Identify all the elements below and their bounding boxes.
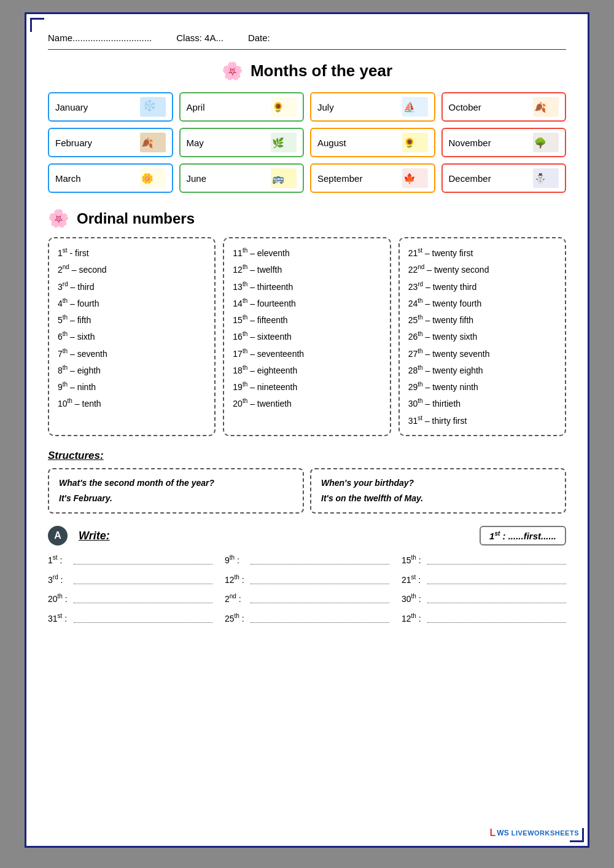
- structure-box-2: When's your birthday? It's on the twelft…: [310, 468, 566, 514]
- write-row: 3rd :: [48, 574, 212, 585]
- ordinal-item: 4th – fourth: [58, 295, 206, 311]
- ordinal-item: 12th – twelfth: [233, 261, 381, 278]
- write-row: 25th :: [225, 612, 389, 624]
- month-name: October: [449, 102, 481, 112]
- ordinal-item: 26th – twenty sixth: [408, 328, 556, 345]
- ordinal-col-3: 21st – twenty first22nd – twenty second2…: [398, 237, 566, 436]
- write-num: 15th :: [402, 554, 425, 565]
- ordinal-item: 14th – fourteenth: [233, 295, 381, 311]
- month-image: 🍂: [140, 133, 166, 152]
- ordinal-item: 7th – seventh: [58, 345, 206, 362]
- write-dots: [251, 613, 389, 623]
- write-header: A Write: 1st : ......first......: [48, 526, 566, 545]
- structures-boxes: What's the second month of the year? It'…: [48, 468, 566, 514]
- month-image: ⛄: [533, 168, 559, 188]
- month-name: January: [55, 102, 88, 112]
- structures-section: Structures: What's the second month of t…: [48, 450, 566, 514]
- ordinal-item: 3rd – third: [58, 278, 206, 295]
- logo-text: LIVEWORKSHEETS: [511, 829, 579, 837]
- write-dots: [427, 593, 566, 603]
- ordinal-item: 11th – eleventh: [233, 244, 381, 261]
- ordinal-item: 25th – twenty fifth: [408, 311, 556, 328]
- ordinal-item: 30th – thirtieth: [408, 395, 556, 412]
- write-dots: [427, 555, 566, 565]
- write-row: 9th :: [225, 554, 389, 565]
- ordinal-heading: Ordinal numbers: [77, 210, 195, 227]
- month-card: October 🍂: [441, 92, 567, 122]
- month-name: December: [449, 173, 491, 184]
- write-num: 31st :: [48, 612, 71, 624]
- months-heading: Months of the year: [251, 61, 392, 80]
- month-image: 🌼: [140, 168, 166, 188]
- ordinal-col-1: 1st - first2nd – second3rd – third4th – …: [48, 237, 216, 436]
- ordinal-item: 20th – twentieth: [233, 395, 381, 412]
- month-image: ⛵: [402, 97, 428, 117]
- ordinal-item: 8th – eighth: [58, 362, 206, 378]
- month-name: July: [317, 102, 334, 112]
- ordinal-item: 15th – fifteenth: [233, 311, 381, 328]
- structure-q1: What's the second month of the year?: [59, 475, 293, 491]
- worksheet-page: Name............................... Clas…: [25, 12, 589, 848]
- write-row: 12th :: [225, 574, 389, 585]
- svg-text:🍁: 🍁: [403, 173, 416, 184]
- write-dots: [74, 574, 212, 584]
- month-card: January ❄️: [48, 92, 173, 122]
- month-name: February: [55, 138, 92, 148]
- ordinal-grid: 1st - first2nd – second3rd – third4th – …: [48, 237, 566, 436]
- write-dots: [251, 574, 389, 584]
- ordinal-item: 16th – sixteenth: [233, 328, 381, 345]
- structure-q2: When's your birthday?: [321, 475, 555, 491]
- ordinal-title: 🌸 Ordinal numbers: [48, 208, 566, 229]
- month-card: September 🍁: [310, 163, 435, 193]
- month-name: May: [187, 138, 204, 148]
- svg-text:🌿: 🌿: [272, 137, 284, 149]
- write-num: 1st :: [48, 554, 71, 565]
- month-image: 🍁: [402, 168, 428, 188]
- svg-text:🍂: 🍂: [141, 137, 154, 149]
- month-card: May 🌿: [179, 128, 305, 157]
- ordinal-item: 24th – twenty fourth: [408, 295, 556, 311]
- month-card: February 🍂: [48, 128, 173, 157]
- svg-text:🌼: 🌼: [141, 173, 154, 184]
- svg-text:🌻: 🌻: [403, 137, 416, 149]
- svg-text:⛵: ⛵: [403, 101, 416, 113]
- write-dots: [74, 555, 212, 565]
- ordinal-item: 21st – twenty first: [408, 244, 556, 261]
- month-image: 🍂: [533, 97, 559, 117]
- month-card: March 🌼: [48, 163, 173, 193]
- month-card: December ⛄: [441, 163, 567, 193]
- ordinal-item: 22nd – twenty second: [408, 261, 556, 278]
- ordinal-item: 28th – twenty eighth: [408, 362, 556, 378]
- month-image: 🌳: [533, 133, 559, 152]
- write-num: 30th :: [402, 593, 425, 604]
- write-grid: 1st : 9th : 15th : 3rd : 12th : 21st : 2…: [48, 554, 566, 628]
- write-row: 21st :: [402, 574, 566, 585]
- write-num: 12th :: [402, 612, 425, 624]
- month-card: July ⛵: [310, 92, 435, 122]
- ordinal-item: 9th – ninth: [58, 378, 206, 395]
- write-dots: [427, 613, 566, 623]
- example-text: 1st : ......first......: [489, 531, 556, 541]
- month-name: June: [187, 173, 207, 184]
- write-row: 1st :: [48, 554, 212, 565]
- write-label: Write:: [79, 530, 110, 542]
- write-dots: [251, 593, 389, 603]
- ordinal-item: 29th – twenty ninth: [408, 378, 556, 395]
- month-image: 🌿: [271, 133, 297, 152]
- svg-text:🌻: 🌻: [272, 101, 284, 113]
- write-num: 9th :: [225, 554, 248, 565]
- write-num: 12th :: [225, 574, 248, 585]
- month-image: 🌻: [271, 97, 297, 117]
- logo-l: L: [490, 827, 496, 839]
- write-row: 31st :: [48, 612, 212, 624]
- month-name: November: [449, 138, 491, 148]
- write-num: 21st :: [402, 574, 425, 585]
- svg-text:🍂: 🍂: [534, 101, 546, 113]
- ordinal-item: 19th – nineteenth: [233, 378, 381, 395]
- structure-a1: It's February.: [59, 491, 293, 506]
- month-name: March: [55, 173, 81, 184]
- month-card: April 🌻: [179, 92, 305, 122]
- write-circle: A: [48, 526, 68, 545]
- write-num: 2nd :: [225, 593, 248, 604]
- structures-title: Structures:: [48, 450, 566, 462]
